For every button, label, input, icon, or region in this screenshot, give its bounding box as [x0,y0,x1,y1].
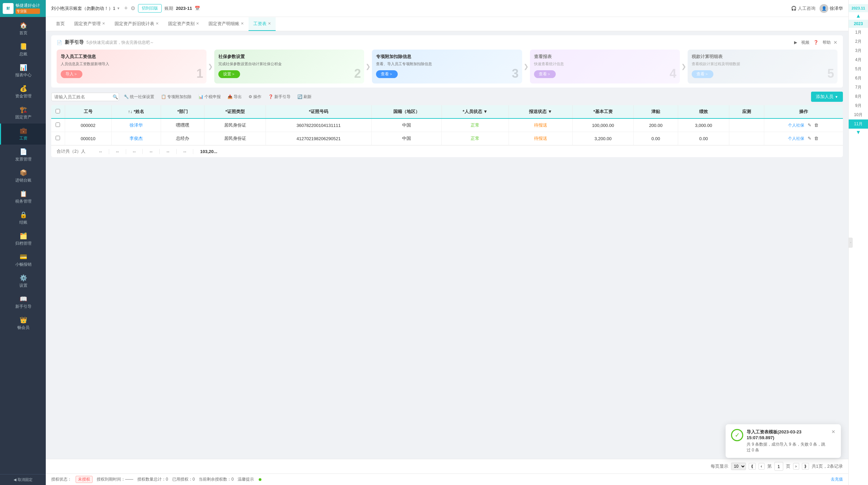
toolbar-deduction-btn[interactable]: 📋专项附加扣除 [159,93,194,101]
col-calc: 应测 [729,105,764,118]
sidebar-item-invoice[interactable]: 📄发票管理 [0,145,46,166]
tabs-bar: 首页固定资产管理 ✕固定资产折旧统计表 ✕固定资产类别 ✕固定资产明细账 ✕工资… [46,17,848,31]
step-btn-5[interactable]: 查看＞ [692,70,713,78]
first-page-btn[interactable]: ⟪ [749,463,756,470]
last-page-btn[interactable]: ⟫ [802,463,809,470]
toolbar-export-btn[interactable]: 📤导出 [225,93,244,101]
action-edit-000002[interactable]: ✎ [808,123,811,128]
month-item-6月[interactable]: 6月 [849,74,868,83]
sidebar-item-ledger[interactable]: 📒总账 [0,39,46,60]
sidebar-item-archive[interactable]: 🗂️归档管理 [0,229,46,250]
home-label: 首页 [19,30,27,36]
sidebar-item-funds[interactable]: 💰资金管理 [0,81,46,102]
tab-assets[interactable]: 固定资产管理 ✕ [70,17,110,31]
tab-close-depreciation[interactable]: ✕ [156,21,159,26]
sidebar-item-guide[interactable]: 📖新手引导 [0,292,46,313]
step-title-4: 查看报表 [534,54,676,60]
tab-close-category[interactable]: ✕ [196,21,199,26]
sidebar-item-close[interactable]: 🔒结账 [0,208,46,229]
step-btn-2[interactable]: 设置＞ [218,70,240,78]
sidebar-item-payroll[interactable]: 💼工资 [0,124,46,145]
sidebar-item-inventory[interactable]: 📦进销台账 [0,166,46,187]
onboarding-close-btn[interactable]: ✕ [833,40,837,45]
toolbar-social-btn[interactable]: 🔧统一社保设置 [122,93,156,101]
per-page-select[interactable]: 10 20 50 [731,463,746,470]
sidebar-item-expense[interactable]: 💳小畅报销 [0,250,46,271]
toast-success-icon: ✓ [731,429,743,441]
month-item-1月[interactable]: 1月 [849,28,868,37]
tab-detail[interactable]: 固定资产明细账 ✕ [204,17,249,31]
checkbox-000002[interactable] [56,123,60,127]
toast-close-btn[interactable]: ✕ [831,429,835,434]
month-item-3月[interactable]: 3月 [849,46,868,55]
month-item-9月[interactable]: 9月 [849,101,868,110]
support-btn[interactable]: 🎧 人工咨询 [791,5,815,12]
action-delete-000002[interactable]: 🗑 [814,123,818,128]
tab-home[interactable]: 首页 [51,17,70,31]
calendar-icon[interactable]: 📅 [195,6,200,11]
sidebar-item-home[interactable]: 🏠首页 [0,18,46,39]
step-btn-4[interactable]: 查看＞ [534,70,556,78]
switch-version-btn[interactable]: 切到旧版 [138,4,162,13]
toolbar-guide-btn[interactable]: ❓新手引导 [266,93,293,101]
sidebar-item-settings[interactable]: ⚙️设置 [0,271,46,292]
sidebar-item-tax[interactable]: 📋税务管理 [0,187,46,208]
search-input[interactable] [54,94,111,99]
toolbar-refresh-btn[interactable]: 🔄刷新 [295,93,314,101]
social-icon: 🔧 [124,94,129,99]
add-person-btn[interactable]: 添加人员 ▼ [811,92,843,102]
tab-depreciation[interactable]: 固定资产折旧统计表 ✕ [110,17,163,31]
add-account-btn[interactable]: + [124,5,128,12]
sidebar-item-vip[interactable]: 👑畅会员 [0,313,46,334]
month-item-5月[interactable]: 5月 [849,64,868,74]
footer-salary-total: 103,20... [193,149,224,154]
name-link-000010[interactable]: 李俊杰 [130,136,143,141]
month-item-12月[interactable]: 2023 [849,20,868,28]
month-item-8月[interactable]: 8月 [849,92,868,101]
month-item-2月[interactable]: 2月 [849,37,868,46]
name-link-000002[interactable]: 徐泽华 [130,123,143,128]
step-btn-3[interactable]: 查看＞ [376,70,398,78]
tab-category[interactable]: 固定资产类别 ✕ [163,17,204,31]
month-item-10月[interactable]: 10月 [849,110,868,119]
account-selector[interactable]: 刘小艳演示账套（勿删勿动！）1 ▼ [51,5,120,12]
toolbar-tax-btn[interactable]: 📊个税申报 [196,93,223,101]
select-all-checkbox[interactable] [56,109,60,113]
tab-payroll[interactable]: 工资表 ✕ [249,17,276,31]
sidebar-item-assets[interactable]: 🏗️固定资产 [0,102,46,124]
sidebar-item-reports[interactable]: 📊报表中心 [0,60,46,81]
user-info[interactable]: 👤 徐泽华 [820,4,843,13]
used-label: 已用授权：0 [172,477,195,482]
checkbox-000010[interactable] [56,136,60,140]
toolbar-more-btn[interactable]: ⚙操作 [246,93,263,101]
collapse-panel-btn[interactable]: › [849,238,853,248]
month-item-11月[interactable]: 11月 [849,119,868,129]
status-bar: 授权状态： 未授权 授权到期时间：—— 授权数量总计：0 已用授权：0 当前剩余… [46,473,848,485]
cell-status-000010: 正常 [441,132,509,145]
month-item-7月[interactable]: 7月 [849,83,868,92]
tab-close-detail[interactable]: ✕ [241,21,244,26]
tab-close-assets[interactable]: ✕ [102,21,105,26]
action-social-000010[interactable]: 个人社保 [788,136,804,141]
expense-label: 小畅报销 [15,262,32,267]
step-btn-1[interactable]: 导入＞ [61,70,82,78]
action-social-000002[interactable]: 个人社保 [788,123,804,128]
col-basic-salary: *基本工资 [572,105,634,118]
col-status: *人员状态 ▼ [441,105,509,118]
video-label[interactable]: 视频 [801,40,809,45]
prev-page-btn[interactable]: ‹ [758,463,765,470]
payroll-label: 工资 [19,135,27,141]
action-edit-000010[interactable]: ✎ [808,136,811,141]
next-page-btn[interactable]: › [793,463,799,470]
account-dropdown-icon: ▼ [117,6,120,10]
sidebar-cancel-pin[interactable]: ◀ 取消固定 [0,474,46,485]
tab-close-payroll[interactable]: ✕ [268,21,271,26]
charge-btn[interactable]: 去充值 [831,477,843,482]
action-delete-000010[interactable]: 🗑 [814,136,818,141]
help-label[interactable]: 帮助 [823,40,831,45]
month-item-4月[interactable]: 4月 [849,55,868,64]
header-settings-icon[interactable]: ⚙ [131,5,135,12]
username-label: 徐泽华 [830,5,843,12]
scroll-up-btn[interactable]: ▲ [855,12,862,20]
scroll-down-btn[interactable]: ▼ [855,129,862,136]
